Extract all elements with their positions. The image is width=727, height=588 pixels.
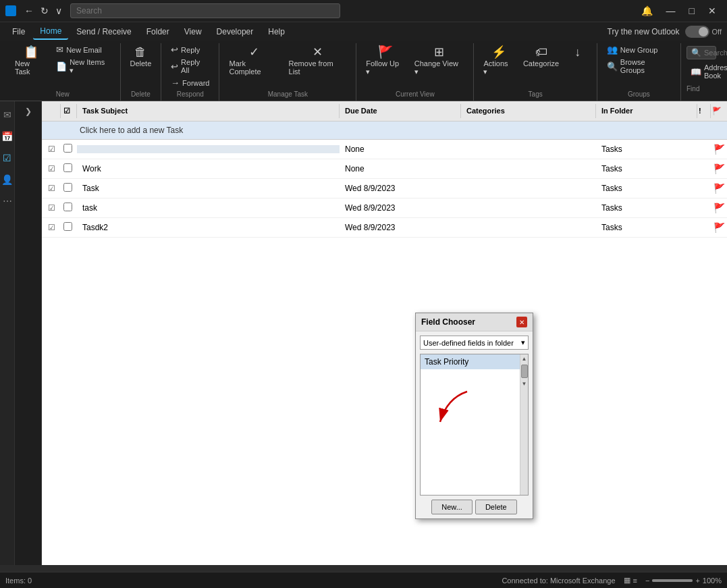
notification-button[interactable]: 🔔 <box>636 3 658 19</box>
view-icon-2[interactable]: ≡ <box>633 577 637 585</box>
sidebar-icon-calendar[interactable]: 📅 <box>0 128 16 144</box>
manage-group-label: Manage Task <box>268 90 308 101</box>
collapse-panel-button[interactable]: ❯ <box>25 107 32 116</box>
remove-list-icon: ✕ <box>313 46 323 58</box>
zoom-slider[interactable] <box>652 579 693 582</box>
row-flag-3[interactable]: 🚩 <box>711 183 727 194</box>
col-subject-header[interactable]: Task Subject <box>77 104 340 118</box>
list-scrollbar[interactable]: ▲ ▼ <box>520 354 528 495</box>
row-checkbox-5[interactable] <box>63 222 72 231</box>
browse-groups-label: Browse Groups <box>620 58 671 74</box>
follow-up-button[interactable]: 🚩 Follow Up ▾ <box>362 43 409 79</box>
zoom-in-button[interactable]: + <box>695 577 699 585</box>
actions-button[interactable]: ⚡ Actions ▾ <box>479 43 518 79</box>
row-folder-5: Tasks <box>596 219 697 236</box>
col-folder-header[interactable]: In Folder <box>596 104 697 118</box>
row-flag-4[interactable]: 🚩 <box>711 203 727 213</box>
dialog-new-button[interactable]: New... <box>431 500 473 514</box>
scroll-thumb[interactable] <box>521 365 528 378</box>
sidebar-icon-mail[interactable]: ✉ <box>1 107 14 123</box>
address-book-button[interactable]: 📖 Address Book <box>686 62 716 81</box>
field-chooser-dropdown[interactable]: User-defined fields in folder ▾ <box>420 336 529 350</box>
sidebar-icon-contacts[interactable]: 👤 <box>0 171 16 188</box>
browse-groups-icon: 🔍 <box>607 61 618 72</box>
search-people-input[interactable] <box>704 49 727 57</box>
maximize-button[interactable]: □ <box>684 3 700 19</box>
menu-home[interactable]: Home <box>33 24 68 40</box>
dialog-close-button[interactable]: ✕ <box>516 317 527 327</box>
menu-file[interactable]: File <box>5 24 32 39</box>
zoom-out-button[interactable]: − <box>645 577 649 585</box>
close-button[interactable]: ✕ <box>703 3 722 19</box>
new-task-button[interactable]: 📋 New Task <box>11 43 51 78</box>
browse-groups-button[interactable]: 🔍 Browse Groups <box>603 57 675 76</box>
remove-list-button[interactable]: ✕ Remove from List <box>285 43 351 78</box>
row-check-2[interactable] <box>61 159 77 178</box>
forward-button[interactable]: → Forward <box>167 76 213 89</box>
new-group-button[interactable]: 👥 New Group <box>603 43 675 56</box>
toggle-track[interactable] <box>685 26 709 38</box>
new-group-icon: 👥 <box>607 45 618 55</box>
new-items-button[interactable]: 📄 Click here to add a new Task New Items… <box>52 57 114 76</box>
reply-button[interactable]: ↩ Reply <box>167 43 213 56</box>
table-row[interactable]: ☑ task Wed 8/9/2023 Tasks 🚩 <box>42 198 727 218</box>
row-check-3[interactable] <box>61 179 77 198</box>
sidebar-icon-tasks[interactable]: ☑ <box>0 150 14 166</box>
row-check-4[interactable] <box>61 198 77 217</box>
mark-complete-button[interactable]: ✓ Mark Complete <box>225 43 283 78</box>
row-flag-5[interactable]: 🚩 <box>711 222 727 233</box>
row-cat-2 <box>461 165 596 173</box>
row-flag-2[interactable]: 🚩 <box>711 163 727 174</box>
more-button[interactable]: ∨ <box>53 4 65 18</box>
table-row[interactable]: ☑ None Tasks 🚩 <box>42 140 727 159</box>
menu-help[interactable]: Help <box>261 24 292 39</box>
row-checkbox-2[interactable] <box>63 163 72 172</box>
dialog-delete-button[interactable]: Delete <box>475 500 517 514</box>
minimize-button[interactable]: — <box>661 3 681 19</box>
sidebar-icon-more[interactable]: ⋯ <box>0 193 15 209</box>
menu-view[interactable]: View <box>178 24 209 39</box>
row-checkbox-4[interactable] <box>63 203 72 211</box>
row-flag-1[interactable]: 🚩 <box>711 144 727 155</box>
add-task-row[interactable]: Click here to add a new Task <box>42 122 727 140</box>
new-items-icon: 📄 <box>56 61 67 72</box>
title-search[interactable] <box>70 3 340 18</box>
delete-button[interactable]: 🗑 Delete <box>126 43 155 70</box>
menu-folder[interactable]: Folder <box>140 24 176 39</box>
categorize-button[interactable]: 🏷 Categorize <box>519 43 563 70</box>
view-icon-1[interactable]: ▦ <box>624 576 630 585</box>
change-view-label: Change View ▾ <box>414 59 464 76</box>
status-view-icons: ▦ ≡ <box>624 576 637 585</box>
list-item-task-priority[interactable]: Task Priority <box>421 354 528 369</box>
back-button[interactable]: ← <box>22 4 36 18</box>
toggle-switch[interactable]: Off <box>685 26 722 38</box>
scroll-up-arrow[interactable]: ▲ <box>520 354 529 363</box>
tags-group-items: ⚡ Actions ▾ 🏷 Categorize ↓ <box>479 43 591 89</box>
dropdown-arrow-icon: ▾ <box>521 338 525 347</box>
menu-send-receive[interactable]: Send / Receive <box>70 24 138 39</box>
menu-developer[interactable]: Developer <box>210 24 261 39</box>
col-date-header[interactable]: Due Date <box>340 104 461 118</box>
delete-label: Delete <box>130 59 151 68</box>
scroll-down-arrow[interactable]: ▼ <box>520 379 529 388</box>
title-search-input[interactable] <box>70 3 340 18</box>
row-cat-5 <box>461 223 596 232</box>
row-check-5[interactable] <box>61 218 77 237</box>
mark-complete-label: Mark Complete <box>229 59 279 76</box>
ribbon-group-view: 🚩 Follow Up ▾ ⊞ Change View ▾ Current Vi… <box>356 43 474 101</box>
new-email-button[interactable]: ✉ New Email <box>52 43 114 56</box>
table-row[interactable]: ☑ Tasdk2 Wed 8/9/2023 Tasks 🚩 <box>42 218 727 238</box>
groups-group-label: Groups <box>628 90 650 101</box>
row-check[interactable] <box>61 140 77 159</box>
row-checkbox-3[interactable] <box>63 183 72 192</box>
reply-all-button[interactable]: ↩ Reply All <box>167 57 213 76</box>
priority-button[interactable]: ↓ <box>564 43 591 62</box>
refresh-button[interactable]: ↻ <box>38 4 51 18</box>
row-checkbox[interactable] <box>63 144 72 153</box>
table-row[interactable]: ☑ Work None Tasks 🚩 <box>42 159 727 179</box>
reply-label: Reply <box>181 46 200 54</box>
table-row[interactable]: ☑ Task Wed 8/9/2023 Tasks 🚩 <box>42 179 727 198</box>
row-subject-1 <box>77 145 340 153</box>
change-view-button[interactable]: ⊞ Change View ▾ <box>410 43 468 79</box>
col-cat-header[interactable]: Categories <box>461 104 596 118</box>
